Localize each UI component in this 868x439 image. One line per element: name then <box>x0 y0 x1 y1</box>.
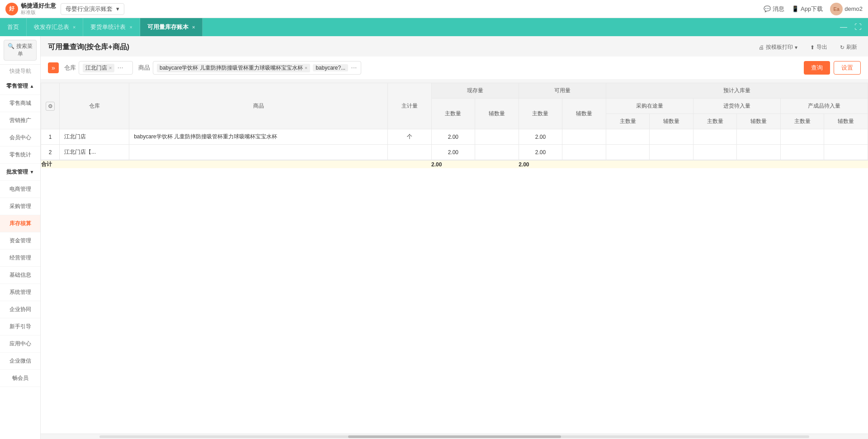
app-download-btn[interactable]: 📱 App下载 <box>792 5 823 13</box>
sidebar-item-system-mgmt[interactable]: 系统管理 <box>0 284 40 301</box>
industry-selector[interactable]: 母婴行业演示账套 ▾ <box>61 3 124 15</box>
settings-btn[interactable]: 设置 <box>834 61 861 75</box>
product-more-icon[interactable]: ··· <box>351 64 357 72</box>
product-tag1: babycare学饮杯 儿童防摔防撞吸管杯重力球吸嘴杯宝宝水杯 × <box>157 64 310 72</box>
sidebar-item-finance[interactable]: 资金管理 <box>0 232 40 250</box>
message-label: 消息 <box>773 5 784 13</box>
cell-unit: 个 <box>388 129 432 145</box>
expand-filter-btn[interactable]: » <box>48 62 59 73</box>
sidebar-item-basic-info-label: 基础信息 <box>9 272 31 278</box>
cell-product: babycare学饮杯 儿童防摔防撞吸管杯重力球吸嘴杯宝宝水杯 <box>129 129 388 145</box>
warehouse-more-icon[interactable]: ··· <box>117 64 123 72</box>
sidebar-item-newbie[interactable]: 新手引导 <box>0 318 40 335</box>
sidebar-item-wholesale-mgmt[interactable]: 批发管理 ▼ <box>0 164 40 181</box>
logo-main: 畅捷通好生意 <box>21 2 56 9</box>
sidebar-item-system-mgmt-label: 系统管理 <box>9 289 31 295</box>
tab-minimize-icon[interactable]: — <box>838 21 849 33</box>
cell-production-aux <box>824 129 868 145</box>
cell-product <box>129 145 388 160</box>
sidebar-item-inventory-check[interactable]: 库存核算 <box>0 215 40 232</box>
cell-incoming-aux <box>737 129 781 145</box>
quick-nav-label[interactable]: 快捷导航 <box>0 65 40 78</box>
warehouse-filter-input[interactable]: 江北门店 × ··· <box>79 61 133 75</box>
col-warehouse-header: 仓库 <box>60 83 129 129</box>
chevron-down-icon: ▼ <box>30 170 34 175</box>
sidebar-item-enterprise-wx-label: 企业微信 <box>9 358 31 364</box>
sidebar-item-ecommerce-label: 电商管理 <box>9 186 31 192</box>
sidebar-item-retail-mgmt[interactable]: 零售管理 ▲ <box>0 78 40 95</box>
sidebar-item-purchase[interactable]: 采购管理 <box>0 198 40 215</box>
sidebar-item-app-center[interactable]: 应用中心 <box>0 335 40 353</box>
query-btn[interactable]: 查询 <box>804 61 830 75</box>
chevron-down-icon: ▾ <box>795 44 797 51</box>
col-purchase-aux: 辅数量 <box>650 114 693 129</box>
sidebar-item-business-mgmt[interactable]: 经营管理 <box>0 250 40 267</box>
nav-tabs: 首页 收发存汇总表 × 要货单统计表 × 可用量库存账本 × — ⛶ <box>0 18 868 36</box>
tab-inventory-label: 可用量库存账本 <box>147 23 189 31</box>
search-menu-btn[interactable]: 🔍 搜索菜单 <box>4 40 37 61</box>
warehouse-tag-remove[interactable]: × <box>109 65 112 71</box>
search-menu-label: 搜索菜单 <box>16 43 33 57</box>
cell-current-main: 2.00 <box>431 145 475 160</box>
tab-home[interactable]: 首页 <box>0 18 27 36</box>
tab-receipts-close[interactable]: × <box>73 24 75 30</box>
sidebar-item-member-center[interactable]: 会员中心 <box>0 129 40 146</box>
col-current-main: 主数量 <box>431 99 475 129</box>
sidebar-item-ecommerce[interactable]: 电商管理 <box>0 181 40 198</box>
product-tag1-remove[interactable]: × <box>305 65 307 71</box>
tab-orders-close[interactable]: × <box>129 24 132 30</box>
content-area: 可用量查询(按仓库+商品) 🖨 按模板打印 ▾ ⬆ 导出 ↻ 刷新 » <box>41 36 868 439</box>
print-icon: 🖨 <box>759 44 764 51</box>
export-label: 导出 <box>816 43 827 51</box>
col-unit-header: 主计量 <box>388 83 432 129</box>
summary-current-main: 2.00 <box>431 160 475 168</box>
col-available-main: 主数量 <box>519 99 562 129</box>
sidebar-item-basic-info[interactable]: 基础信息 <box>0 267 40 284</box>
tab-receipts-label: 收发存汇总表 <box>34 23 69 31</box>
sidebar-item-retail-stats[interactable]: 零售统计 <box>0 146 40 164</box>
sidebar-item-enterprise-wx[interactable]: 企业微信 <box>0 353 40 370</box>
table-settings-icon[interactable]: ⚙ <box>46 102 55 111</box>
refresh-btn[interactable]: ↻ 刷新 <box>836 42 861 53</box>
sidebar-item-retail-shop[interactable]: 零售商城 <box>0 95 40 112</box>
col-settings-header[interactable]: ⚙ <box>41 83 60 129</box>
tab-inventory-close[interactable]: × <box>192 24 195 30</box>
warehouse-filter-group: 仓库 江北门店 × ··· <box>64 61 133 75</box>
export-btn[interactable]: ⬆ 导出 <box>807 42 831 53</box>
message-btn[interactable]: 💬 消息 <box>764 5 784 13</box>
product-filter-input[interactable]: babycare学饮杯 儿童防摔防撞吸管杯重力球吸嘴杯宝宝水杯 × babyca… <box>153 61 361 75</box>
tab-orders[interactable]: 要货单统计表 × <box>83 18 140 36</box>
tab-expand-icon[interactable]: ⛶ <box>853 21 863 33</box>
scrollbar-thumb[interactable] <box>348 435 561 438</box>
sidebar: 🔍 搜索菜单 快捷导航 零售管理 ▲ 零售商城 营销推广 会员中心 零售统计 批… <box>0 36 41 439</box>
sidebar-item-retail-stats-label: 零售统计 <box>9 151 31 158</box>
tab-receipts[interactable]: 收发存汇总表 × <box>27 18 83 36</box>
sidebar-item-marketing-label: 营销推广 <box>9 117 31 123</box>
sidebar-item-inventory-check-label: 库存核算 <box>9 220 31 227</box>
print-btn[interactable]: 🖨 按模板打印 ▾ <box>755 42 801 53</box>
tab-actions: — ⛶ <box>838 21 868 33</box>
horizontal-scrollbar[interactable] <box>41 434 868 439</box>
sidebar-item-enterprise[interactable]: 企业协同 <box>0 301 40 318</box>
cell-current-aux <box>475 129 519 145</box>
cell-purchase-aux <box>650 145 693 160</box>
print-label: 按模板打印 <box>766 43 793 51</box>
col-purchase-main: 主数量 <box>606 114 650 129</box>
summary-available-main: 2.00 <box>519 160 562 168</box>
avatar: Ea <box>830 3 843 15</box>
user-profile[interactable]: Ea demo2 <box>830 3 863 15</box>
summary-row: 合计 2.00 2.00 <box>41 160 868 168</box>
product-tag2: babycare?... <box>313 64 348 71</box>
cell-warehouse: 江北门店 <box>60 129 129 145</box>
tab-inventory[interactable]: 可用量库存账本 × <box>140 18 203 36</box>
main-layout: 🔍 搜索菜单 快捷导航 零售管理 ▲ 零售商城 营销推广 会员中心 零售统计 批… <box>0 36 868 439</box>
page-actions: 🖨 按模板打印 ▾ ⬆ 导出 ↻ 刷新 <box>755 42 861 53</box>
sidebar-item-member-center-label: 会员中心 <box>9 134 31 141</box>
filter-bar: » 仓库 江北门店 × ··· 商品 babycare学饮杯 儿童防摔防撞吸管杯… <box>41 57 868 79</box>
sidebar-item-marketing[interactable]: 营销推广 <box>0 112 40 129</box>
industry-label: 母婴行业演示账套 <box>66 5 113 13</box>
sidebar-item-member[interactable]: 畅会员 <box>0 370 40 387</box>
table-container: ⚙ 仓库 商品 主计量 现存量 可用量 预计入库量 主数量 辅数量 主数量 辅数… <box>41 83 868 434</box>
col-production-header: 产成品待入量 <box>780 99 868 114</box>
top-bar-right: 💬 消息 📱 App下载 Ea demo2 <box>764 3 863 15</box>
